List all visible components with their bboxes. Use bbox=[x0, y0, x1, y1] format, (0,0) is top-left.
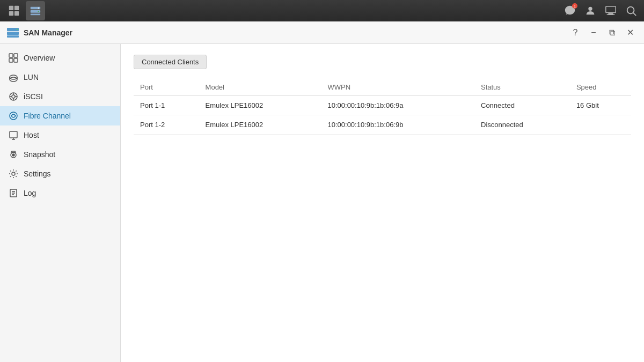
cell-status: Disconnected bbox=[474, 115, 570, 135]
svg-rect-20 bbox=[14, 54, 18, 57]
minimize-button[interactable]: − bbox=[586, 25, 601, 40]
svg-rect-17 bbox=[7, 35, 19, 38]
svg-rect-22 bbox=[14, 58, 18, 62]
settings-icon bbox=[9, 169, 18, 179]
svg-rect-2 bbox=[9, 11, 13, 16]
sidebar-item-host[interactable]: Host bbox=[0, 125, 120, 145]
fibre-channel-icon bbox=[9, 111, 18, 121]
cell-speed: 16 Gbit bbox=[570, 96, 631, 115]
sidebar-label-host: Host bbox=[24, 131, 39, 139]
title-bar: SAN Manager ? − ⧉ ✕ bbox=[0, 21, 644, 44]
col-wwpn: WWPN bbox=[321, 79, 474, 96]
sidebar-item-snapshot[interactable]: Snapshot bbox=[0, 145, 120, 164]
user-icon[interactable] bbox=[582, 2, 599, 19]
svg-rect-3 bbox=[14, 11, 19, 16]
cell-model: Emulex LPE16002 bbox=[199, 96, 321, 115]
cell-port: Port 1-2 bbox=[134, 115, 199, 135]
svg-point-13 bbox=[627, 7, 634, 14]
taskbar-left bbox=[4, 1, 45, 20]
content-area: Connected Clients Port Model WWPN Status… bbox=[121, 44, 644, 362]
section-header: Connected Clients bbox=[134, 55, 207, 69]
svg-rect-21 bbox=[9, 58, 13, 62]
snapshot-icon bbox=[9, 150, 18, 159]
cell-speed bbox=[570, 115, 631, 135]
table-row: Port 1-1 Emulex LPE16002 10:00:00:10:9b:… bbox=[134, 96, 631, 115]
svg-rect-0 bbox=[9, 6, 13, 10]
col-model: Model bbox=[199, 79, 321, 96]
taskbar: 1 bbox=[0, 0, 644, 21]
cell-wwpn: 10:00:00:10:9b:1b:06:9b bbox=[321, 115, 474, 135]
svg-point-18 bbox=[17, 28, 18, 29]
sidebar-item-overview[interactable]: Overview bbox=[0, 48, 120, 68]
sidebar-item-settings[interactable]: Settings bbox=[0, 164, 120, 183]
lun-icon bbox=[9, 72, 18, 82]
title-bar-left: SAN Manager bbox=[6, 26, 72, 39]
title-bar-controls: ? − ⧉ ✕ bbox=[568, 25, 638, 40]
app-title: SAN Manager bbox=[24, 28, 72, 37]
svg-rect-12 bbox=[607, 14, 615, 14]
san-manager-taskbar-icon[interactable] bbox=[26, 1, 45, 20]
chat-badge: 1 bbox=[572, 3, 577, 9]
cell-model: Emulex LPE16002 bbox=[199, 115, 321, 135]
svg-rect-16 bbox=[7, 32, 19, 35]
svg-point-38 bbox=[12, 154, 14, 156]
sidebar-label-settings: Settings bbox=[24, 169, 51, 178]
col-port: Port bbox=[134, 79, 199, 96]
svg-rect-19 bbox=[9, 54, 13, 57]
sidebar-label-fibre-channel: Fibre Channel bbox=[24, 112, 71, 120]
restore-button[interactable]: ⧉ bbox=[604, 25, 619, 40]
table-header-row: Port Model WWPN Status Speed bbox=[134, 79, 631, 96]
svg-rect-34 bbox=[10, 131, 17, 138]
sidebar-item-fibre-channel[interactable]: Fibre Channel bbox=[0, 106, 120, 125]
app-window: SAN Manager ? − ⧉ ✕ Overvie bbox=[0, 21, 644, 362]
cell-port: Port 1-1 bbox=[134, 96, 199, 115]
cell-status: Connected bbox=[474, 96, 570, 115]
log-icon bbox=[9, 188, 18, 198]
sidebar-label-log: Log bbox=[24, 189, 36, 197]
clients-table: Port Model WWPN Status Speed Port 1-1 Em… bbox=[134, 79, 631, 135]
svg-rect-1 bbox=[14, 6, 19, 10]
app-icon bbox=[6, 26, 19, 39]
close-button[interactable]: ✕ bbox=[623, 25, 638, 40]
main-layout: Overview LUN bbox=[0, 44, 644, 362]
svg-point-39 bbox=[12, 172, 15, 175]
cell-wwpn: 10:00:00:10:9b:1b:06:9a bbox=[321, 96, 474, 115]
sidebar-label-snapshot: Snapshot bbox=[24, 150, 55, 159]
host-icon bbox=[9, 130, 18, 140]
table-row: Port 1-2 Emulex LPE16002 10:00:00:10:9b:… bbox=[134, 115, 631, 135]
svg-rect-10 bbox=[606, 6, 616, 13]
sidebar: Overview LUN bbox=[0, 44, 121, 362]
svg-point-28 bbox=[12, 95, 15, 98]
col-status: Status bbox=[474, 79, 570, 96]
svg-point-8 bbox=[38, 11, 39, 12]
sidebar-label-lun: LUN bbox=[24, 73, 39, 82]
svg-point-9 bbox=[588, 7, 592, 11]
svg-point-7 bbox=[38, 8, 39, 9]
col-speed: Speed bbox=[570, 79, 631, 96]
svg-rect-6 bbox=[31, 14, 40, 16]
search-icon[interactable] bbox=[623, 2, 640, 19]
desktop-icon[interactable] bbox=[602, 2, 619, 19]
help-button[interactable]: ? bbox=[568, 25, 583, 40]
sidebar-item-log[interactable]: Log bbox=[0, 183, 120, 203]
taskbar-right: 1 bbox=[561, 2, 640, 19]
sidebar-label-overview: Overview bbox=[24, 54, 55, 62]
grid-icon[interactable] bbox=[4, 1, 24, 20]
iscsi-icon bbox=[9, 92, 18, 101]
sidebar-label-iscsi: iSCSI bbox=[24, 92, 43, 101]
sidebar-item-lun[interactable]: LUN bbox=[0, 68, 120, 87]
svg-line-14 bbox=[633, 13, 636, 16]
chat-icon[interactable]: 1 bbox=[561, 2, 579, 19]
sidebar-item-iscsi[interactable]: iSCSI bbox=[0, 87, 120, 106]
overview-icon bbox=[9, 53, 18, 63]
